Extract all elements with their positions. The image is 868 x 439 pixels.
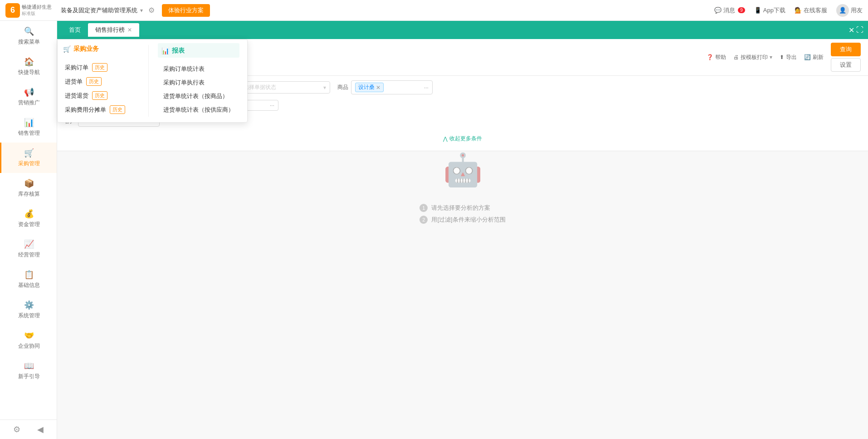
expense-label: 采购费用分摊单 [65,106,106,114]
menu-item-purchase-exec[interactable]: 采购订单执行表 [161,76,236,89]
refresh-icon: 🔄 [804,54,811,60]
print-label: 按模板打印 [741,54,768,61]
logo-icon: 6 [5,3,20,18]
collapse-btn[interactable]: ⋀ 收起更多条件 [443,135,482,143]
sidebar-label-operation: 经营管理 [18,251,40,259]
goods-label: 商品 [337,84,348,91]
history-badge-3[interactable]: 历史 [110,105,125,114]
menu-item-return[interactable]: 进货退货 历史 [63,89,136,103]
export-btn[interactable]: ⬆ 导出 [780,54,797,61]
tip-num-1: 1 [419,204,428,212]
salesman-dots[interactable]: ··· [270,102,274,109]
sales-icon: 📊 [24,118,34,128]
print-icon: 🖨 [733,54,739,60]
export-label: 导出 [786,54,797,61]
industry-btn[interactable]: 体验行业方案 [162,4,210,17]
incoming-goods-label: 进货单统计表（按商品） [163,92,228,100]
purchase-section-title: 🛒 采购业务 [63,45,136,56]
sidebar-item-basic[interactable]: 📋 基础信息 [0,264,57,295]
collab-icon: 🤝 [24,330,34,340]
system-icon: ⚙️ [24,300,34,310]
refresh-btn[interactable]: 🔄 刷新 [804,54,824,61]
history-badge-0[interactable]: 历史 [92,63,107,72]
system-title: 装备及固定资产辅助管理系统 [61,6,137,15]
purchase-section-icon: 🛒 [63,45,71,53]
settings-btn[interactable]: 设置 [831,58,861,72]
action-buttons: 查询 设置 [831,43,861,72]
sidebar-bottom: ⚙ ◀ [0,419,57,439]
menu-item-incoming-goods[interactable]: 进货单统计表（按商品） [161,89,236,103]
sidebar-label-inventory: 库存核算 [18,190,40,198]
empty-tip-2: 2 用[过滤]条件来缩小分析范围 [419,216,505,224]
order-status-input[interactable]: 选择单据状态 ▾ [239,81,330,94]
sidebar-label-marketing: 营销推广 [18,99,40,107]
help-btn[interactable]: ❓ 帮助 [707,54,726,61]
sidebar-label-purchase: 采购管理 [18,160,40,168]
tab-sales-ranking[interactable]: 销售排行榜 ✕ [88,23,139,37]
purchase-dropdown-menu: 🛒 采购业务 采购订单 历史 进货单 历史 进货退货 历史 采购费用分摊单 历史 [57,39,248,123]
sidebar-item-inventory[interactable]: 📦 库存核算 [0,173,57,203]
menu-item-expense[interactable]: 采购费用分摊单 历史 [63,103,136,117]
history-badge-1[interactable]: 历史 [86,77,102,86]
tab-expand-icon[interactable]: ⛶ [856,26,863,34]
purchase-order-label: 采购订单 [65,64,88,72]
settings-icon[interactable]: ⚙ [148,6,155,15]
sidebar-label-finance: 资金管理 [18,221,40,228]
collapse-area: ⋀ 收起更多条件 [64,131,861,146]
sidebar-item-collab[interactable]: 🤝 企业协同 [0,325,57,355]
goods-tag-close[interactable]: ✕ [376,84,380,91]
user-area[interactable]: 👤 用友 [836,4,863,17]
sidebar-settings-icon[interactable]: ⚙ [13,424,20,434]
report-section: 📊 报表 采购订单统计表 采购订单执行表 进货单统计表（按商品） 进货单统计表（… [161,45,236,117]
sidebar: 🔍 搜索菜单 🏠 快捷导航 📢 营销推广 📊 销售管理 🛒 采购管理 📦 [0,21,57,439]
help-label: 帮助 [715,54,726,61]
sidebar-label-collab: 企业协同 [18,342,40,350]
purchase-section-label: 采购业务 [73,45,99,53]
sidebar-label-system: 系统管理 [18,312,40,320]
online-service-btn[interactable]: 💁 在线客服 [795,6,827,15]
collapse-label: 收起更多条件 [449,135,482,143]
app-download-btn[interactable]: 📱 App下载 [754,6,785,15]
print-btn[interactable]: 🖨 按模板打印 ▾ [733,54,772,61]
inventory-icon: 📦 [24,178,34,188]
menu-item-purchase-order[interactable]: 采购订单 历史 [63,60,136,74]
system-dropdown-arrow[interactable]: ▾ [140,7,143,14]
message-btn[interactable]: 💬 消息 9 [714,6,745,15]
tab-bar: 首页 销售排行榜 ✕ ✕ ⛶ [57,21,868,39]
top-right-area: 💬 消息 9 📱 App下载 💁 在线客服 👤 用友 [714,4,863,17]
tab-close-all-icon[interactable]: ✕ [848,26,854,35]
menu-item-purchase-stat[interactable]: 采购订单统计表 [161,62,236,76]
sidebar-collapse-icon[interactable]: ◀ [37,424,44,434]
purchase-stat-label: 采购订单统计表 [163,65,205,73]
menu-item-incoming[interactable]: 进货单 历史 [63,74,136,89]
tab-close-icon[interactable]: ✕ [127,27,132,33]
menu-item-incoming-supplier[interactable]: 进货单统计表（按供应商） [161,103,236,117]
return-label: 进货退货 [65,92,88,100]
sidebar-item-purchase[interactable]: 🛒 采购管理 [0,143,57,173]
print-dropdown-icon[interactable]: ▾ [770,54,772,60]
goods-dots[interactable]: ··· [424,84,429,91]
history-badge-2[interactable]: 历史 [92,91,107,100]
sidebar-item-guide[interactable]: 📖 新手引导 [0,355,57,386]
sidebar-item-search[interactable]: 🔍 搜索菜单 [0,21,57,51]
sidebar-item-marketing[interactable]: 📢 营销推广 [0,82,57,112]
tab-bar-right: ✕ ⛶ [848,26,863,35]
sidebar-item-sales[interactable]: 📊 销售管理 [0,112,57,143]
sidebar-item-system[interactable]: ⚙️ 系统管理 [0,295,57,325]
sidebar-item-operation[interactable]: 📈 经营管理 [0,234,57,264]
tab-home[interactable]: 首页 [62,23,88,37]
sidebar-item-nav[interactable]: 🏠 快捷导航 [0,51,57,82]
tab-home-label: 首页 [69,26,81,34]
tip-text-1: 请先选择要分析的方案 [431,204,490,212]
purchase-icon: 🛒 [24,148,34,158]
query-btn[interactable]: 查询 [831,43,861,56]
tab-sales-ranking-label: 销售排行榜 [95,26,125,34]
incoming-supplier-label: 进货单统计表（按供应商） [163,106,234,114]
order-status-arrow: ▾ [323,84,326,91]
message-badge: 9 [738,7,745,13]
content-body: 🤖 1 请先选择要分析的方案 2 用[过滤]条件来缩小分析范围 [57,151,868,439]
goods-input[interactable]: 设计桑 ✕ ··· [351,80,433,94]
logo-text: 畅捷通好生意 标准版 [22,4,52,16]
export-icon: ⬆ [780,54,784,60]
sidebar-item-finance[interactable]: 💰 资金管理 [0,203,57,234]
